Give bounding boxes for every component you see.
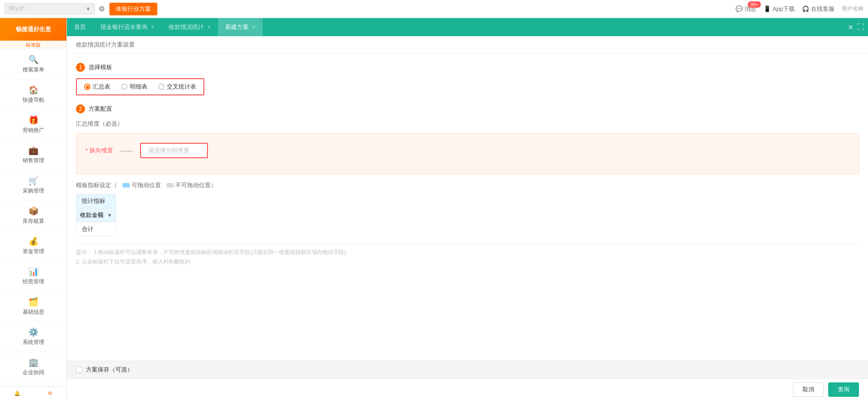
unmovable-tag-icon <box>166 183 174 188</box>
close-new-plan-icon[interactable]: × <box>252 24 255 30</box>
download-label: App下载 <box>773 5 795 13</box>
form-area: 1 选择模板 汇总表 明细表 <box>67 54 868 361</box>
stats-cell[interactable]: 收款金额 ▼ <box>76 208 116 222</box>
tab-collection-stats-label: 收款情况统计 <box>169 23 204 31</box>
radio-summary-circle <box>84 84 90 90</box>
movable-label: 可拖动位置 <box>132 181 161 189</box>
tab-new-plan-label: 新建方案 <box>225 23 249 31</box>
indicators-label-row: 模板指标设定（ 可拖动位置 不可拖动位置） <box>76 181 859 189</box>
top-bar: 网址栏 ▼ ⚙ 体验行业方案 💬 消息 99+ 📱 App下载 🎧 在线客服 用… <box>0 0 868 18</box>
main-layout: 畅捷通好生意 标准版 🔍 搜索菜单 🏠 快捷导航 🎁 营销推广 💼 销售管理 🛒 <box>0 18 868 400</box>
page-content: 收款情况统计方案设置 1 选择模板 汇总表 <box>67 36 868 378</box>
dimension-select[interactable]: 请选择分组维度 <box>140 143 208 158</box>
radio-detail[interactable]: 明细表 <box>121 83 147 91</box>
sidebar-item-label-system: 系统管理 <box>23 339 44 346</box>
dimension-area: * 纵向维度 —— 请选择分组维度 <box>76 133 859 174</box>
stats-sum: 合计 <box>76 222 116 236</box>
tab-collection-stats[interactable]: 收款情况统计 × <box>161 18 218 36</box>
chevron-down-icon[interactable]: ▼ <box>85 6 91 12</box>
breadcrumb: 收款情况统计方案设置 <box>67 36 868 54</box>
trial-button[interactable]: 体验行业方案 <box>109 3 157 15</box>
step2-title: 方案配置 <box>89 105 112 113</box>
download-button[interactable]: 📱 App下载 <box>764 5 795 13</box>
tip-line-1: 提示： 1.拖动标题栏可以调整布局，不可跨维度或指标区域拖动栏目字段(只能在同一… <box>76 249 859 256</box>
marketing-icon: 🎁 <box>28 115 38 125</box>
step2-section: 2 方案配置 汇总维度（必选） * 纵向维度 —— 请选择分组维度 <box>76 104 859 272</box>
sidebar-item-inventory[interactable]: 📦 库存核算 <box>0 201 66 231</box>
tab-new-plan[interactable]: 新建方案 × <box>218 18 263 36</box>
sidebar-item-label-operation: 经营管理 <box>23 278 44 286</box>
tab-bar: 首页 现金银行流水查询 × 收款情况统计 × 新建方案 × ✕ ⛶ <box>67 18 868 36</box>
service-button[interactable]: 🎧 在线客服 <box>802 5 835 13</box>
close-bank-flow-icon[interactable]: × <box>151 24 154 30</box>
dimension-section-title: 汇总维度（必选） <box>76 120 859 128</box>
radio-cross[interactable]: 交叉统计表 <box>158 83 196 91</box>
dimension-row: * 纵向维度 —— 请选择分组维度 <box>85 143 849 158</box>
stats-dropdown-arrow[interactable]: ▼ <box>107 212 112 218</box>
address-bar[interactable]: 网址栏 ▼ <box>5 3 95 14</box>
sidebar-item-label-corp: 企业协同 <box>23 369 44 376</box>
indicators-section: 模板指标设定（ 可拖动位置 不可拖动位置） <box>76 181 859 236</box>
footer-bar: 取消 查询 <box>67 378 868 400</box>
sidebar-item-label-finance: 资金管理 <box>23 248 44 255</box>
sales-icon: 💼 <box>28 146 38 155</box>
cancel-button[interactable]: 取消 <box>793 382 824 397</box>
sidebar-item-label-search-menu: 搜索菜单 <box>23 66 44 74</box>
breadcrumb-text: 收款情况统计方案设置 <box>76 41 135 48</box>
close-window-icon[interactable]: ✕ <box>848 23 854 32</box>
sidebar-item-corp[interactable]: 🏢 企业协同 <box>0 352 66 382</box>
save-checkbox[interactable] <box>76 367 82 373</box>
search-menu-icon: 🔍 <box>28 55 38 65</box>
sidebar-bottom-item-1[interactable]: 🔔 <box>14 391 20 396</box>
sidebar-item-finance[interactable]: 💰 资金管理 <box>0 231 66 261</box>
query-button[interactable]: 查询 <box>828 382 859 397</box>
gear-icon[interactable]: ⚙ <box>99 5 105 13</box>
sidebar-item-label-purchase: 采购管理 <box>23 187 44 195</box>
stats-cell-label: 收款金额 <box>80 211 104 219</box>
sidebar-bottom-icon-1: 🔔 <box>14 391 20 396</box>
sidebar-item-operation[interactable]: 📊 经营管理 <box>0 261 66 292</box>
radio-cross-label: 交叉统计表 <box>167 83 196 91</box>
sidebar-item-marketing[interactable]: 🎁 营销推广 <box>0 110 66 140</box>
logo-text: 畅捷通好生意 <box>16 25 51 33</box>
sidebar-item-label-basic-info: 基础信息 <box>23 308 44 316</box>
notification-button[interactable]: 💬 消息 99+ <box>736 5 756 13</box>
maximize-icon[interactable]: ⛶ <box>857 23 864 31</box>
radio-summary-label: 汇总表 <box>93 83 110 91</box>
stats-header-text: 统计指标 <box>82 198 105 204</box>
quick-nav-icon: 🏠 <box>28 85 38 95</box>
tab-bank-flow[interactable]: 现金银行流水查询 × <box>93 18 161 36</box>
stats-table: 统计指标 收款金额 ▼ 合计 <box>76 194 116 236</box>
sidebar-item-system[interactable]: ⚙️ 系统管理 <box>0 322 66 352</box>
stats-header: 统计指标 <box>76 194 116 208</box>
arrow-icon: —— <box>120 147 133 154</box>
indicators-label: 模板指标设定（ <box>76 181 117 189</box>
download-icon: 📱 <box>764 5 771 12</box>
top-bar-left: 网址栏 ▼ ⚙ 体验行业方案 <box>5 3 736 15</box>
sidebar-item-basic-info[interactable]: 🗂️ 基础信息 <box>0 292 66 322</box>
unmovable-tag: 不可拖动位置） <box>166 181 217 189</box>
tip-line-2: 2. 点击标题栏下拉可设置排序、插入列和删除列 <box>76 258 859 266</box>
user-name: 用户名称 <box>842 5 863 13</box>
sidebar-item-quick-nav[interactable]: 🏠 快捷导航 <box>0 80 66 110</box>
close-collection-stats-icon[interactable]: × <box>208 24 211 30</box>
finance-icon: 💰 <box>28 236 38 246</box>
system-icon: ⚙️ <box>28 327 38 337</box>
sidebar-item-search-menu[interactable]: 🔍 搜索菜单 <box>0 49 66 80</box>
step2-num: 2 <box>76 104 85 113</box>
address-text: 网址栏 <box>9 5 25 13</box>
sidebar-item-sales[interactable]: 💼 销售管理 <box>0 140 66 170</box>
vertical-label: * 纵向维度 <box>85 146 113 155</box>
sidebar-item-purchase[interactable]: 🛒 采购管理 <box>0 170 66 201</box>
template-options: 汇总表 明细表 交叉统计表 <box>76 78 204 95</box>
sidebar-bottom-icon-2: ⚙ <box>48 391 52 396</box>
tab-bank-flow-label: 现金银行流水查询 <box>100 23 147 31</box>
sidebar-item-guide[interactable]: 📖 新手引导 <box>0 382 66 386</box>
tab-home[interactable]: 首页 <box>67 18 93 36</box>
radio-detail-circle <box>121 84 127 90</box>
sidebar-item-label-marketing: 营销推广 <box>23 127 44 134</box>
movable-tag-icon <box>123 183 130 188</box>
radio-summary[interactable]: 汇总表 <box>84 83 110 91</box>
sidebar-bottom-item-2[interactable]: ⚙ <box>48 391 52 396</box>
logo-subtitle: 标准版 <box>0 41 66 49</box>
